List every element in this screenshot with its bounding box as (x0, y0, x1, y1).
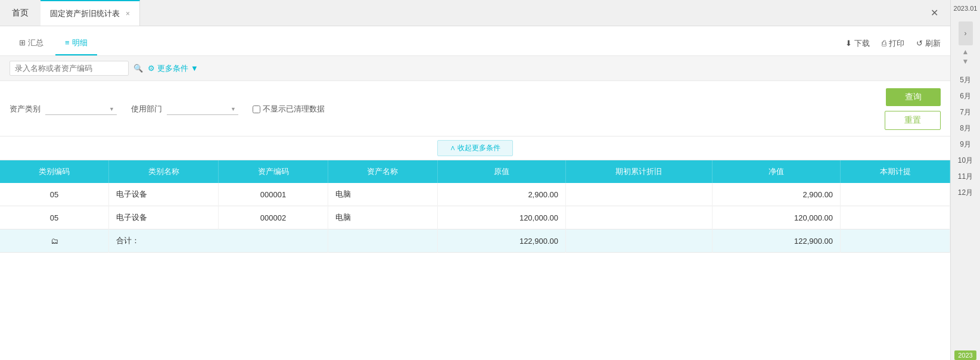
summary-label: 汇总 (28, 38, 43, 48)
month-list: 5月6月7月8月9月10月11月12月 (954, 68, 976, 348)
col-asset-code: 资产编码 (219, 160, 328, 183)
data-table-wrap: 类别编码 类别名称 资产编码 资产名称 原值 期初累计折旧 净值 本期计提 05… (0, 160, 950, 360)
collapse-button[interactable]: ∧ 收起更多条件 (437, 140, 513, 156)
month-item[interactable]: 5月 (956, 73, 975, 88)
filter-icon: ⚙ (148, 64, 155, 73)
table-row: 05 电子设备 000001 电脑 2,900.00 2,900.00 (0, 183, 950, 206)
col-original-value: 原值 (437, 160, 565, 183)
month-item[interactable]: 10月 (954, 153, 976, 168)
department-field: 使用部门 (131, 103, 238, 115)
panel-arrow-button[interactable]: › (959, 21, 973, 45)
search-input[interactable] (10, 61, 129, 76)
scroll-down-icon[interactable]: ▼ (962, 57, 969, 66)
chevron-down-icon: ▼ (191, 64, 198, 73)
cell-original-value: 2,900.00 (437, 183, 565, 206)
asset-category-label: 资产类别 (10, 104, 41, 114)
total-original-value: 122,900.00 (437, 229, 565, 253)
filter-row-1: 资产类别 使用部门 不显示已清理数据 (10, 88, 941, 130)
department-label: 使用部门 (131, 104, 162, 114)
advanced-filter: 资产类别 使用部门 不显示已清理数据 (0, 81, 950, 136)
more-conditions-label: 更多条件 (157, 63, 188, 74)
print-icon: ⎙ (882, 39, 886, 48)
total-empty-1 (328, 229, 437, 253)
fixed-assets-tab-label: 固定资产折旧统计表 (50, 8, 120, 19)
refresh-icon: ↺ (916, 39, 923, 48)
tab-summary[interactable]: ⊞ 汇总 (10, 32, 53, 55)
cell-net-value: 2,900.00 (712, 183, 840, 206)
col-accumulated-depreciation: 期初累计折旧 (565, 160, 712, 183)
cell-net-value: 120,000.00 (712, 206, 840, 229)
reset-button[interactable]: 重置 (885, 111, 941, 130)
cell-category-name: 电子设备 (109, 183, 219, 206)
month-item[interactable]: 9月 (956, 137, 975, 152)
sub-tabs-bar: ⊞ 汇总 ≡ 明细 ⬇ 下载 ⎙ 打印 ↺ 刷新 (0, 26, 950, 56)
cell-original-value: 120,000.00 (437, 206, 565, 229)
year-badge: 2023 (954, 350, 976, 360)
col-asset-name: 资产名称 (328, 160, 437, 183)
date-display: 2023.01 (951, 0, 980, 17)
col-category-code: 类别编码 (0, 160, 109, 183)
data-table: 类别编码 类别名称 资产编码 资产名称 原值 期初累计折旧 净值 本期计提 05… (0, 160, 950, 253)
department-select[interactable] (167, 103, 238, 115)
total-empty-2 (565, 229, 712, 253)
detail-icon: ≡ (65, 38, 70, 47)
print-label: 打印 (889, 38, 904, 49)
month-item[interactable]: 8月 (956, 121, 975, 136)
cell-accumulated-depreciation (565, 183, 712, 206)
hide-cleared-label: 不显示已清理数据 (263, 104, 325, 114)
cell-asset-code: 000002 (219, 206, 328, 229)
collapse-label: 收起更多条件 (458, 144, 500, 152)
fixed-assets-tab[interactable]: 固定资产折旧统计表 × (41, 0, 140, 26)
hide-cleared-field: 不显示已清理数据 (253, 104, 325, 114)
tab-close-icon[interactable]: × (126, 10, 130, 18)
total-icon-cell: 🗂 (0, 229, 109, 253)
tab-detail[interactable]: ≡ 明细 (55, 32, 97, 55)
cell-category-code: 05 (0, 183, 109, 206)
total-label: 合计： (109, 229, 328, 253)
col-net-value: 净值 (712, 160, 840, 183)
home-tab-label: 首页 (12, 8, 29, 18)
right-panel: 2023.01 › ▲ ▼ 5月6月7月8月9月10月11月12月 2023 (950, 0, 980, 360)
month-item[interactable]: 11月 (954, 169, 976, 184)
table-row: 05 电子设备 000002 电脑 120,000.00 120,000.00 (0, 206, 950, 229)
table-header-row: 类别编码 类别名称 资产编码 资产名称 原值 期初累计折旧 净值 本期计提 (0, 160, 950, 183)
download-icon: ⬇ (845, 39, 852, 48)
refresh-button[interactable]: ↺ 刷新 (916, 38, 941, 49)
month-item[interactable]: 12月 (954, 185, 976, 200)
detail-label: 明细 (72, 38, 88, 48)
cell-asset-code: 000001 (219, 183, 328, 206)
search-icon[interactable]: 🔍 (133, 64, 143, 73)
month-item[interactable]: 7月 (956, 105, 975, 120)
cell-accumulated-depreciation (565, 206, 712, 229)
print-button[interactable]: ⎙ 打印 (882, 38, 904, 49)
filter-action-buttons: 查询 重置 (885, 88, 941, 130)
cell-category-name: 电子设备 (109, 206, 219, 229)
cell-current-period (841, 183, 950, 206)
more-conditions-button[interactable]: ⚙ 更多条件 ▼ (148, 63, 198, 74)
cell-asset-name: 电脑 (328, 206, 437, 229)
cell-asset-name: 电脑 (328, 183, 437, 206)
download-label: 下载 (854, 38, 870, 49)
asset-category-field: 资产类别 (10, 103, 117, 115)
hide-cleared-checkbox[interactable] (253, 105, 260, 113)
toolbar-actions: ⬇ 下载 ⎙ 打印 ↺ 刷新 (845, 38, 941, 49)
col-current-period: 本期计提 (841, 160, 950, 183)
scroll-controls: ▲ ▼ (962, 45, 969, 68)
collapse-bar: ∧ 收起更多条件 (0, 136, 950, 160)
refresh-label: 刷新 (925, 38, 941, 49)
month-item[interactable]: 6月 (956, 89, 975, 104)
query-button[interactable]: 查询 (886, 88, 941, 106)
summary-icon: ⊞ (19, 38, 26, 47)
cell-current-period (841, 206, 950, 229)
asset-category-select[interactable] (45, 103, 117, 115)
total-empty-3 (841, 229, 950, 253)
window-close-button[interactable]: ✕ (919, 7, 950, 18)
home-tab[interactable]: 首页 (0, 0, 41, 26)
scroll-up-icon[interactable]: ▲ (962, 48, 969, 56)
cell-category-code: 05 (0, 206, 109, 229)
download-button[interactable]: ⬇ 下载 (845, 38, 870, 49)
table-total-row: 🗂 合计： 122,900.00 122,900.00 (0, 229, 950, 253)
col-category-name: 类别名称 (109, 160, 219, 183)
sub-tabs-left: ⊞ 汇总 ≡ 明细 (10, 32, 97, 55)
filter-bar: 🔍 ⚙ 更多条件 ▼ (0, 56, 950, 81)
